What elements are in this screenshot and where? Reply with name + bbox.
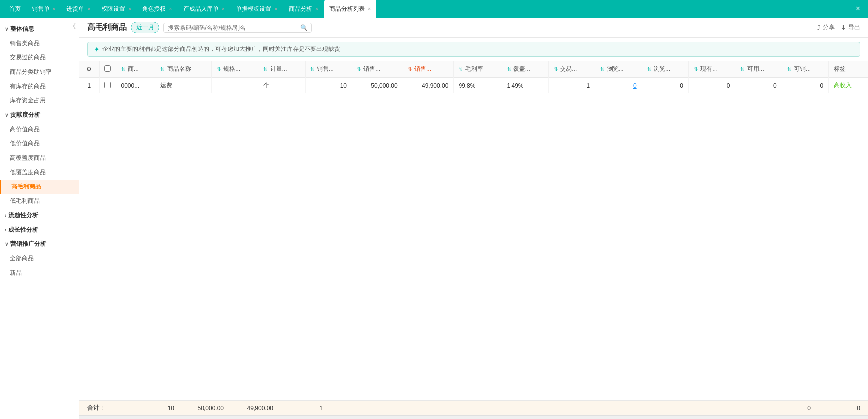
cell-spec xyxy=(211,78,258,93)
sidebar-item-sales-goods[interactable]: 销售类商品 xyxy=(0,36,79,50)
nav-item-home[interactable]: 首页 xyxy=(4,0,26,18)
col-tag[interactable]: 标签 xyxy=(829,61,868,78)
sort-icon: ⇅ xyxy=(121,66,125,72)
nav-item-purchase[interactable]: 进货单 × xyxy=(61,0,95,18)
cell-sale-amount: 50,000.00 xyxy=(352,78,403,93)
cell-view2: 0 xyxy=(642,78,688,93)
col-coverage[interactable]: ⇅ 覆盖... xyxy=(502,61,548,78)
nav-item-sales[interactable]: 销售单 × xyxy=(27,0,60,18)
nav-label-role: 角色授权 xyxy=(142,5,166,13)
col-code[interactable]: ⇅ 商... xyxy=(116,61,155,78)
close-icon[interactable]: × xyxy=(222,6,225,12)
close-window-button[interactable]: × xyxy=(852,4,864,13)
sort-icon: ⇅ xyxy=(263,66,267,72)
top-navigation: 首页 销售单 × 进货单 × 权限设置 × 角色授权 × 产成品入库单 × 单据… xyxy=(0,0,868,18)
sidebar-item-all-goods[interactable]: 全部商品 xyxy=(0,251,79,266)
sort-icon: ⇅ xyxy=(357,66,361,72)
footer-sale-amount: 50,000.00 xyxy=(184,405,224,412)
sidebar-item-low-coverage[interactable]: 低覆盖度商品 xyxy=(0,165,79,180)
close-icon[interactable]: × xyxy=(169,6,172,12)
share-button[interactable]: ⤴ 分享 xyxy=(817,23,835,32)
col-sale-qty[interactable]: ⇅ 销售... xyxy=(305,61,352,78)
sidebar-item-in-stock[interactable]: 有库存的商品 xyxy=(0,79,79,93)
col-trade[interactable]: ⇅ 交易... xyxy=(548,61,595,78)
cell-current-stock: 0 xyxy=(689,78,735,93)
sort-icon: ⇅ xyxy=(600,66,604,72)
nav-item-analysis-list[interactable]: 商品分析列表 × xyxy=(324,0,376,18)
sidebar-item-high-value[interactable]: 高价值商品 xyxy=(0,122,79,137)
close-icon[interactable]: × xyxy=(368,6,371,12)
close-icon[interactable]: × xyxy=(52,6,55,12)
col-current-stock[interactable]: ⇅ 现有... xyxy=(689,61,735,78)
footer-sale-qty: 10 xyxy=(135,405,174,412)
sort-icon: ⇅ xyxy=(310,66,314,72)
sidebar-group-trend[interactable]: › 流趋性分析 xyxy=(0,208,79,223)
col-settings[interactable]: ⚙ xyxy=(79,61,99,78)
cell-view1[interactable]: 0 xyxy=(595,78,642,93)
col-sale-profit[interactable]: ⇅ 销售... xyxy=(403,61,454,78)
export-icon: ⬇ xyxy=(841,24,846,31)
nav-item-product-stock[interactable]: 产成品入库单 × xyxy=(178,0,230,18)
nav-item-role[interactable]: 角色授权 × xyxy=(137,0,177,18)
col-sale-amount[interactable]: ⇅ 销售... xyxy=(352,61,403,78)
settings-icon[interactable]: ⚙ xyxy=(86,66,92,73)
col-spec[interactable]: ⇅ 规格... xyxy=(211,61,258,78)
nav-item-permission[interactable]: 权限设置 × xyxy=(97,0,136,18)
horizontal-scrollbar[interactable] xyxy=(79,415,868,419)
col-view1[interactable]: ⇅ 浏览... xyxy=(595,61,642,78)
share-icon: ⤴ xyxy=(817,24,821,31)
chevron-down-icon: ∨ xyxy=(5,241,8,247)
sidebar-group-overall[interactable]: ∨ 整体信息 xyxy=(0,22,79,36)
sidebar-item-low-margin[interactable]: 低毛利商品 xyxy=(0,194,79,208)
sidebar-collapse-button[interactable]: 《 xyxy=(70,22,76,31)
sort-icon: ⇅ xyxy=(694,66,698,72)
nav-label-permission: 权限设置 xyxy=(102,5,125,13)
sidebar-item-category-rate[interactable]: 商品分类助销率 xyxy=(0,65,79,79)
sidebar-group-overall-label: 整体信息 xyxy=(10,25,34,33)
col-saleable[interactable]: ⇅ 可销... xyxy=(782,61,828,78)
nav-item-analysis[interactable]: 商品分析 × xyxy=(284,0,323,18)
select-all-checkbox[interactable] xyxy=(104,65,111,72)
cell-coverage: 1.49% xyxy=(502,78,548,93)
col-gross-margin[interactable]: ⇅ 毛利率 xyxy=(454,61,502,78)
content-area: 高毛利商品 近一月 🔍 ⤴ 分享 ⬇ 导出 ✦ 企业的主要的利润都是这部分商品创… xyxy=(79,18,868,419)
table-row: 1 0000... 运费 xyxy=(79,78,868,93)
cell-code: 0000... xyxy=(116,78,155,93)
cell-sale-qty: 10 xyxy=(305,78,352,93)
filter-month-button[interactable]: 近一月 xyxy=(131,22,159,33)
row-checkbox[interactable] xyxy=(104,82,111,88)
sort-icon: ⇅ xyxy=(647,66,651,72)
sidebar-item-high-coverage[interactable]: 高覆盖度商品 xyxy=(0,151,79,165)
footer-available: 0 xyxy=(820,405,860,412)
page-title: 高毛利商品 xyxy=(87,22,127,33)
sidebar-item-stock-funds[interactable]: 库存资金占用 xyxy=(0,93,79,108)
nav-label-sales: 销售单 xyxy=(32,5,50,13)
nav-item-template[interactable]: 单据模板设置 × xyxy=(231,0,282,18)
cell-trade: 1 xyxy=(548,78,595,93)
close-icon[interactable]: × xyxy=(315,6,318,12)
search-input[interactable] xyxy=(168,24,298,31)
content-header: 高毛利商品 近一月 🔍 ⤴ 分享 ⬇ 导出 xyxy=(79,18,868,38)
close-icon[interactable]: × xyxy=(87,6,90,12)
close-icon[interactable]: × xyxy=(128,6,131,12)
sidebar-item-new-goods[interactable]: 新品 xyxy=(0,266,79,280)
col-view2[interactable]: ⇅ 浏览... xyxy=(642,61,688,78)
sidebar-item-high-margin[interactable]: 高毛利商品 xyxy=(0,180,79,194)
sidebar-item-traded-goods[interactable]: 交易过的商品 xyxy=(0,50,79,65)
footer-sale-profit: 49,900.00 xyxy=(234,405,273,412)
sidebar-group-contribution[interactable]: ∨ 贡献度分析 xyxy=(0,108,79,122)
sidebar-item-low-value[interactable]: 低价值商品 xyxy=(0,137,79,151)
export-button[interactable]: ⬇ 导出 xyxy=(841,23,860,32)
cell-no: 1 xyxy=(79,78,99,93)
search-icon[interactable]: 🔍 xyxy=(300,24,307,31)
col-available[interactable]: ⇅ 可用... xyxy=(735,61,782,78)
cell-gross-margin: 99.8% xyxy=(454,78,502,93)
info-banner-text: 企业的主要的利润都是这部分商品创造的，可考虑加大推广，同时关注库存是不要出现缺货 xyxy=(102,45,340,53)
cell-unit: 个 xyxy=(258,78,305,93)
footer-label: 合计： xyxy=(87,404,105,412)
sidebar-group-growth[interactable]: › 成长性分析 xyxy=(0,223,79,237)
col-unit[interactable]: ⇅ 计量... xyxy=(258,61,305,78)
sidebar-group-marketing[interactable]: ∨ 营销推广分析 xyxy=(0,237,79,251)
close-icon[interactable]: × xyxy=(274,6,277,12)
col-name[interactable]: ⇅ 商品名称 xyxy=(155,61,212,78)
